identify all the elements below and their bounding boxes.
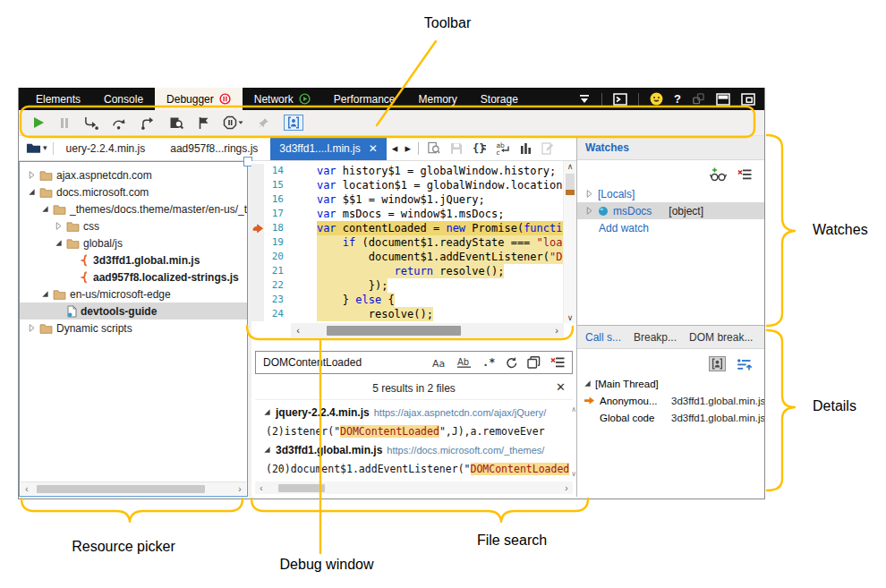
step-out-icon[interactable] [141, 116, 156, 130]
scroll-right-icon[interactable]: › [549, 325, 564, 336]
undock-icon[interactable] [741, 93, 755, 106]
code-line[interactable]: 19 if (document$1.readyState === "loadin… [251, 235, 576, 250]
search-result-file[interactable]: jquery-2.2.4.min.jshttps://ajax.aspnetcd… [255, 403, 573, 422]
continue-icon[interactable] [31, 115, 46, 130]
file-tab[interactable]: uery-2.2.4.min.js [54, 136, 158, 160]
expand-open-icon[interactable] [54, 239, 63, 247]
expand-open-icon[interactable] [583, 379, 592, 388]
tab-back-icon[interactable]: ◂ [392, 142, 398, 154]
editor-vscrollbar[interactable]: ∧ ∨ [563, 161, 576, 323]
close-tab-icon[interactable]: ✕ [369, 142, 378, 155]
match-case-icon[interactable]: Aa [432, 357, 447, 369]
help-icon[interactable]: ? [674, 93, 681, 105]
scrollbar-thumb[interactable] [278, 484, 325, 492]
code-line[interactable]: 16 var $$1 = window$1.jQuery; [251, 192, 576, 207]
just-my-code-toggle[interactable] [284, 115, 303, 131]
find-in-file-icon[interactable] [427, 141, 440, 155]
step-into-icon[interactable] [83, 116, 98, 130]
whole-word-icon[interactable]: Ab [457, 356, 473, 369]
expand-closed-icon[interactable] [54, 222, 63, 230]
show-next-statement-icon[interactable] [169, 116, 183, 130]
code-line[interactable]: 15 var location$1 = globalWindow.locatio… [251, 178, 576, 192]
callstack-frame[interactable]: Anonymou...3d3ffd1.global.min.js [577, 392, 764, 409]
search-all-docs-icon[interactable] [527, 356, 541, 369]
search-result-match[interactable]: (20) document$1.addEventListener("DOMCon… [255, 459, 573, 478]
tab-storage[interactable]: Storage [469, 88, 530, 110]
clear-watches-icon[interactable] [737, 167, 752, 182]
resource-picker-dropdown[interactable]: ▾ [19, 136, 53, 160]
scroll-left-icon[interactable]: ‹ [255, 483, 268, 493]
file-tab[interactable]: 3d3ffd1....l.min.js✕ [270, 136, 387, 160]
breakpoint-gutter[interactable] [251, 250, 264, 264]
details-tab[interactable]: DOM break... [689, 331, 753, 344]
watch-item[interactable]: [Locals] [577, 185, 764, 202]
tree-item[interactable]: en-us/microsoft-edge [20, 285, 247, 303]
scroll-down-icon[interactable]: ∨ [564, 313, 576, 322]
breakpoint-gutter[interactable] [251, 164, 264, 178]
results-hscrollbar[interactable]: ‹ › [255, 481, 573, 494]
current-statement-arrow[interactable] [251, 221, 264, 235]
editor-hscrollbar[interactable]: ‹ › [291, 323, 564, 337]
column-profiler-icon[interactable] [520, 142, 532, 155]
scroll-up-icon[interactable]: ∧ [564, 162, 576, 171]
tree-item[interactable]: css [20, 217, 247, 234]
thread-row[interactable]: [Main Thread] [577, 375, 764, 392]
search-result-match[interactable]: (2) istener("DOMContentLoaded",J),a.remo… [255, 422, 573, 440]
code-line[interactable]: 23 } else { [251, 293, 576, 307]
tree-item[interactable]: ajax.aspnetcdn.com [20, 166, 247, 183]
search-result-file[interactable]: 3d3ffd1.global.min.jshttps://docs.micros… [255, 440, 573, 459]
scroll-left-icon[interactable]: ‹ [291, 325, 305, 336]
code-line[interactable]: 14 var history$1 = globalWindow.history; [251, 164, 576, 178]
refresh-icon[interactable] [505, 356, 517, 369]
dock-bottom-icon[interactable] [716, 93, 730, 106]
tree-item[interactable]: global/js [20, 234, 247, 251]
expand-open-icon[interactable] [262, 446, 271, 454]
file-tab[interactable]: aad957f8...rings.js [158, 136, 270, 160]
async-frames-icon[interactable] [737, 356, 752, 371]
breakpoint-gutter[interactable] [251, 192, 264, 207]
close-search-icon[interactable]: ✕ [556, 380, 566, 394]
jmc-frames-toggle[interactable] [709, 356, 726, 371]
expand-closed-icon[interactable] [27, 324, 36, 332]
pretty-print-icon[interactable]: {} [473, 142, 486, 155]
debug-window-editor[interactable]: 14 var history$1 = globalWindow.history;… [251, 161, 576, 337]
breakpoint-gutter[interactable] [251, 178, 264, 192]
expand-open-icon[interactable] [40, 290, 49, 298]
resource-picker-hscrollbar[interactable]: ‹ › [21, 481, 246, 495]
tree-item[interactable]: devtools-guide [20, 303, 247, 320]
tree-item[interactable]: docs.microsoft.com [20, 183, 247, 200]
tab-performance[interactable]: Performance [322, 88, 407, 110]
scroll-right-icon[interactable]: › [560, 483, 573, 493]
tab-console[interactable]: Console [92, 88, 155, 110]
regex-icon[interactable]: .* [482, 357, 495, 369]
folder-picker-icon[interactable] [26, 142, 41, 154]
expand-open-icon[interactable] [262, 408, 271, 416]
expand-closed-icon[interactable] [27, 171, 36, 179]
word-wrap-icon[interactable]: abc [496, 141, 510, 155]
tab-network[interactable]: Network [243, 88, 322, 110]
search-input[interactable]: DOMContentLoaded [256, 356, 432, 369]
scrollbar-thumb[interactable] [37, 485, 205, 493]
breakpoint-gutter[interactable] [251, 235, 264, 250]
details-tab[interactable]: Breakp... [634, 331, 677, 344]
code-line[interactable]: 22 }); [251, 278, 576, 293]
watch-item[interactable]: Add watch [577, 219, 764, 236]
tab-elements[interactable]: Elements [24, 88, 92, 110]
tree-item[interactable]: Dynamic scripts [20, 320, 247, 337]
clear-results-icon[interactable] [550, 356, 565, 369]
expand-open-icon[interactable] [27, 188, 36, 196]
tree-item[interactable]: aad957f8.localized-strings.js [20, 268, 247, 285]
just-my-code-icon[interactable] [287, 116, 300, 129]
tab-forward-icon[interactable]: ▸ [405, 142, 411, 154]
code-line[interactable]: 21 return resolve(); [251, 264, 576, 278]
scroll-right-icon[interactable]: › [234, 484, 246, 494]
code-line[interactable]: 17 var msDocs = window$1.msDocs; [251, 207, 576, 221]
code-line[interactable]: 20 document$1.addEventListener("DOMCo [251, 250, 576, 264]
scroll-left-icon[interactable]: ‹ [21, 484, 33, 494]
expand-closed-icon[interactable] [584, 207, 593, 215]
tree-item[interactable]: _themes/docs.theme/master/en-us/_th [20, 200, 247, 217]
breakpoint-gutter[interactable] [251, 307, 264, 321]
unlink-icon[interactable] [692, 92, 705, 106]
console-panel-icon[interactable] [613, 93, 627, 106]
smiley-icon[interactable] [650, 92, 663, 106]
